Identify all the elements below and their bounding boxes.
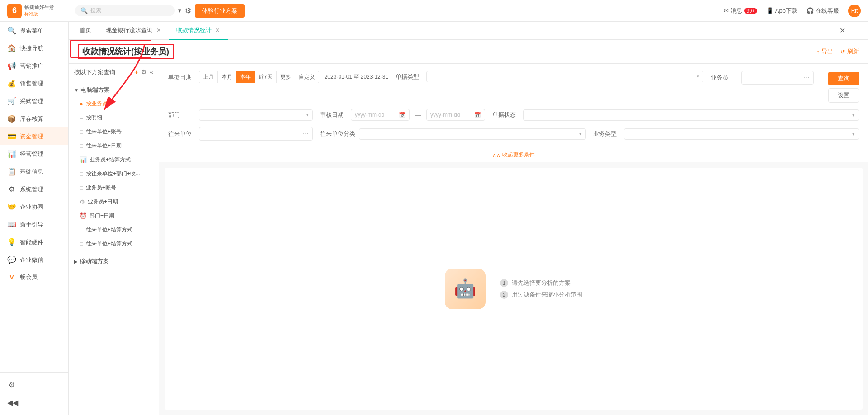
collapse-bar[interactable]: ∧∧ 收起更多条件 bbox=[168, 147, 859, 162]
sidebar-item-operation[interactable]: 📊 经营管理 bbox=[0, 145, 68, 163]
calendar-from-icon: 📅 bbox=[399, 112, 406, 118]
sidebar-item-label: 采购管理 bbox=[20, 97, 43, 105]
search-placeholder: 搜索 bbox=[90, 7, 101, 14]
export-label: 导出 bbox=[821, 47, 833, 56]
scheme-group-mobile[interactable]: ▶ 移动端方案 bbox=[69, 255, 159, 268]
tab-receipt-stats-close[interactable]: ✕ bbox=[214, 26, 221, 34]
main-content: 首页 现金银行流水查询 ✕ 收款情况统计 ✕ ✕ ⛶ 收款情况统计(按业务员) … bbox=[69, 22, 868, 415]
top-header: 6 畅捷通好生意 标准版 🔍 搜索 ▾ ⚙ 体验行业方案 ✉ 消息 99+ 📱 … bbox=[0, 0, 868, 22]
sidebar-settings-btn[interactable]: ⚙ bbox=[0, 376, 68, 394]
sidebar-item-quick-nav[interactable]: 🏠 快捷导航 bbox=[0, 39, 68, 57]
doc-status-select[interactable]: ▾ bbox=[523, 109, 859, 121]
sidebar-item-enterprise[interactable]: 🤝 企业协同 bbox=[0, 198, 68, 216]
doc-status-field: 单据状态 ▾ bbox=[492, 109, 859, 121]
tab-bank-flow[interactable]: 现金银行流水查询 ✕ bbox=[99, 22, 169, 40]
member-icon: V bbox=[7, 274, 16, 281]
dept-select[interactable]: ▾ bbox=[199, 109, 313, 121]
content-area: 收款情况统计(按业务员) ↑ 导出 ↺ 刷新 按以下方案查询 + bbox=[69, 40, 868, 415]
page-title: 收款情况统计(按业务员) bbox=[78, 44, 174, 59]
staff-select[interactable]: ··· bbox=[741, 71, 814, 85]
scheme-item-partner-dept[interactable]: □ 按往来单位+部门+收... bbox=[69, 167, 159, 181]
app-download-action[interactable]: 📱 App下载 bbox=[766, 7, 797, 15]
scheme-item-partner-settle2[interactable]: □ 往来单位+结算方式 bbox=[69, 237, 159, 251]
smart-icon: 💡 bbox=[7, 238, 16, 246]
sidebar-item-system[interactable]: ⚙ 系统管理 bbox=[0, 180, 68, 198]
export-button[interactable]: ↑ 导出 bbox=[817, 47, 834, 56]
header-settings-icon[interactable]: ⚙ bbox=[185, 6, 191, 15]
sidebar-collapse-btn[interactable]: ◀◀ bbox=[0, 394, 68, 411]
quick-nav-icon: 🏠 bbox=[7, 44, 16, 52]
partner-category-chevron: ▾ bbox=[579, 131, 582, 137]
date-filter-control: 上月 本月 本年 近7天 更多 自定义 2023-01-01 至 2023-12… bbox=[199, 71, 388, 83]
date-tab-this-month[interactable]: 本月 bbox=[218, 71, 236, 83]
sidebar-item-purchase[interactable]: 🛒 采购管理 bbox=[0, 92, 68, 110]
doc-type-chevron: ▾ bbox=[697, 74, 699, 80]
tab-bank-flow-close[interactable]: ✕ bbox=[156, 26, 162, 34]
partner-dots-btn[interactable]: ··· bbox=[303, 130, 309, 138]
filter-panel: 单据日期 上月 本月 本年 近7天 更多 自定义 20 bbox=[159, 64, 868, 415]
audit-date-to[interactable]: yyyy-mm-dd 📅 bbox=[426, 109, 485, 121]
scheme-collapse-btn[interactable]: « bbox=[150, 68, 153, 76]
scheme-group-desktop[interactable]: ▼ 电脑端方案 bbox=[69, 83, 159, 97]
scheme-item-staff-settle[interactable]: 📊 业务员+结算方式 bbox=[69, 153, 159, 167]
empty-steps: 1 请先选择要分析的方案 2 用过滤条件来缩小分析范围 bbox=[500, 279, 582, 299]
date-tab-last-month[interactable]: 上月 bbox=[199, 71, 218, 83]
scheme-item-staff-account[interactable]: □ 业务员+账号 bbox=[69, 181, 159, 195]
scheme-item-partner-account[interactable]: □ 往来单位+账号 bbox=[69, 125, 159, 139]
scheme-settings-btn[interactable]: ⚙ bbox=[141, 68, 147, 76]
query-button[interactable]: 查询 bbox=[828, 72, 859, 85]
tab-maximize-btn[interactable]: ⛶ bbox=[852, 24, 864, 36]
scheme-item-staff-date[interactable]: ⚙ 业务员+日期 bbox=[69, 195, 159, 209]
message-badge: 99+ bbox=[744, 8, 757, 14]
user-avatar[interactable]: Rit bbox=[848, 5, 861, 17]
refresh-label: 刷新 bbox=[847, 47, 859, 56]
app-badge: 标准版 bbox=[24, 11, 54, 17]
sidebar-settings-icon: ⚙ bbox=[7, 381, 16, 389]
basic-info-icon: 📋 bbox=[7, 167, 16, 176]
sidebar-item-smart[interactable]: 💡 智能硬件 bbox=[0, 233, 68, 251]
sidebar-item-finance[interactable]: 💳 资金管理 bbox=[0, 127, 68, 145]
settings-button[interactable]: 设置 bbox=[828, 88, 859, 103]
trial-button[interactable]: 体验行业方案 bbox=[195, 4, 245, 18]
staff-dots-btn[interactable]: ··· bbox=[804, 74, 810, 82]
sidebar-item-search-menu[interactable]: 🔍 搜索菜单 bbox=[0, 22, 68, 39]
sidebar-item-sales[interactable]: 💰 销售管理 bbox=[0, 75, 68, 92]
date-tab-last7[interactable]: 近7天 bbox=[255, 71, 277, 83]
sidebar-item-inventory[interactable]: 📦 库存核算 bbox=[0, 110, 68, 127]
header-dropdown-icon[interactable]: ▾ bbox=[178, 7, 181, 14]
scheme-item-dept-date[interactable]: ⏰ 部门+日期 bbox=[69, 209, 159, 223]
sidebar-item-guide[interactable]: 📖 新手引导 bbox=[0, 216, 68, 233]
doc-type-field: 单据类型 ▾ bbox=[396, 71, 703, 82]
scheme-item-label: 业务员+日期 bbox=[88, 198, 118, 206]
message-action[interactable]: ✉ 消息 99+ bbox=[724, 7, 757, 15]
sidebar-item-member[interactable]: V 畅会员 bbox=[0, 269, 68, 286]
sidebar-item-marketing[interactable]: 📢 营销推广 bbox=[0, 57, 68, 75]
date-tab-custom[interactable]: 自定义 bbox=[295, 71, 319, 83]
collapse-icon: ∧∧ bbox=[492, 152, 500, 158]
tab-home[interactable]: 首页 bbox=[72, 22, 99, 40]
sidebar-item-wechat[interactable]: 💬 企业微信 bbox=[0, 251, 68, 269]
date-tab-more[interactable]: 更多 bbox=[277, 71, 295, 83]
refresh-button[interactable]: ↺ 刷新 bbox=[840, 47, 859, 56]
tab-receipt-stats[interactable]: 收款情况统计 ✕ bbox=[169, 22, 228, 40]
biz-type-select[interactable]: ▾ bbox=[624, 128, 859, 140]
audit-from-placeholder: yyyy-mm-dd bbox=[355, 112, 384, 118]
header-search-bar[interactable]: 🔍 搜索 bbox=[75, 5, 175, 16]
audit-date-from[interactable]: yyyy-mm-dd 📅 bbox=[351, 109, 410, 121]
date-tab-this-year[interactable]: 本年 bbox=[236, 71, 255, 83]
doc-type-select[interactable]: ▾ bbox=[426, 71, 703, 82]
filter-actions: 查询 设置 bbox=[828, 71, 859, 103]
scheme-item-partner-settle1[interactable]: ≡ 往来单位+结算方式 bbox=[69, 223, 159, 237]
biz-type-chevron: ▾ bbox=[852, 131, 855, 137]
sidebar-item-label: 营销推广 bbox=[20, 62, 43, 70]
partner-category-select[interactable]: ▾ bbox=[359, 128, 586, 140]
scheme-add-btn[interactable]: + bbox=[134, 68, 138, 76]
sidebar-item-basic-info[interactable]: 📋 基础信息 bbox=[0, 163, 68, 180]
scheme-item-by-detail[interactable]: ≡ 按明细 bbox=[69, 111, 159, 125]
scheme-item-partner-date[interactable]: □ 往来单位+日期 bbox=[69, 139, 159, 153]
partner-select[interactable]: ··· bbox=[199, 127, 313, 141]
online-service-action[interactable]: 🎧 在线客服 bbox=[807, 7, 839, 15]
scheme-item-by-staff[interactable]: ● 按业务员 bbox=[69, 97, 159, 111]
tab-close-btn[interactable]: ✕ bbox=[837, 24, 848, 37]
staff-account-icon: □ bbox=[80, 184, 83, 191]
